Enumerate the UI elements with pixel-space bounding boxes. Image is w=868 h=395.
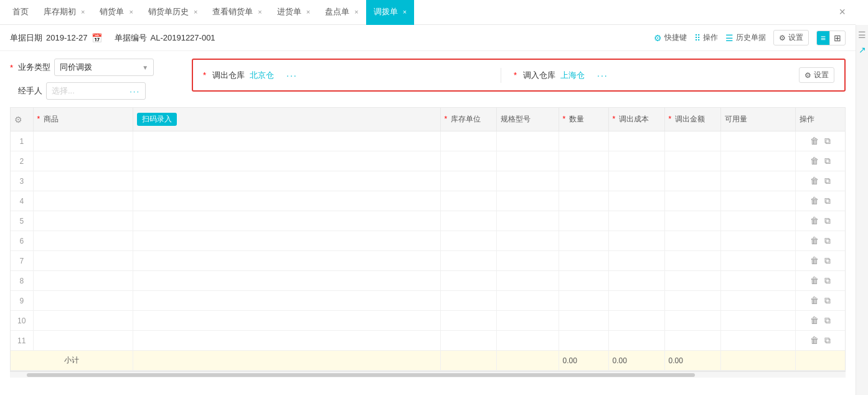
copy-icon[interactable]: ⧉ xyxy=(824,216,831,226)
ops-btn[interactable]: ⠿ 操作 xyxy=(694,32,718,43)
warehouse-settings-button[interactable]: ⚙ 设置 xyxy=(799,67,834,83)
row-qty[interactable] xyxy=(559,331,608,351)
row-cost[interactable] xyxy=(608,131,664,151)
delete-icon[interactable]: 🗑 xyxy=(810,216,819,226)
tab-bar-close-all[interactable]: × xyxy=(834,6,851,19)
tab-close-view-sales[interactable]: × xyxy=(258,8,262,16)
row-cost[interactable] xyxy=(608,311,664,331)
row-unit[interactable] xyxy=(440,331,496,351)
row-amount[interactable] xyxy=(664,131,720,151)
person-more-icon[interactable]: ··· xyxy=(130,87,140,96)
row-amount[interactable] xyxy=(664,331,720,351)
tab-home[interactable]: 首页 xyxy=(5,0,36,25)
row-amount[interactable] xyxy=(664,271,720,291)
row-avail[interactable] xyxy=(720,271,795,291)
row-spec[interactable] xyxy=(496,171,559,191)
row-qty[interactable] xyxy=(559,271,608,291)
row-cost[interactable] xyxy=(608,211,664,231)
row-avail[interactable] xyxy=(720,151,795,171)
horizontal-scrollbar[interactable] xyxy=(10,371,846,378)
row-amount[interactable] xyxy=(664,251,720,271)
row-product[interactable] xyxy=(33,171,133,191)
tab-view-sales[interactable]: 查看销货单 × xyxy=(205,0,269,25)
scan-button[interactable]: 扫码录入 xyxy=(137,113,177,126)
row-spec[interactable] xyxy=(496,271,559,291)
row-spec[interactable] xyxy=(496,331,559,351)
tab-close-inventory-init[interactable]: × xyxy=(81,8,85,16)
row-qty[interactable] xyxy=(559,251,608,271)
row-product[interactable] xyxy=(33,331,133,351)
delete-icon[interactable]: 🗑 xyxy=(810,315,819,325)
delete-icon[interactable]: 🗑 xyxy=(810,136,819,146)
row-product[interactable] xyxy=(33,191,133,211)
row-cost[interactable] xyxy=(608,171,664,191)
copy-icon[interactable]: ⧉ xyxy=(824,156,831,166)
row-product[interactable] xyxy=(33,211,133,231)
tab-close-sales-history[interactable]: × xyxy=(194,8,197,16)
delete-icon[interactable]: 🗑 xyxy=(810,335,819,345)
row-amount[interactable] xyxy=(664,171,720,191)
row-unit[interactable] xyxy=(440,131,496,151)
row-unit[interactable] xyxy=(440,291,496,311)
row-spec[interactable] xyxy=(496,251,559,271)
row-qty[interactable] xyxy=(559,151,608,171)
row-spec[interactable] xyxy=(496,311,559,331)
view-list-btn[interactable]: ≡ xyxy=(817,31,830,45)
sidebar-export-icon[interactable]: ↗ xyxy=(859,45,866,55)
tab-sales-order[interactable]: 销货单 × xyxy=(92,0,140,25)
tab-close-sales-order[interactable]: × xyxy=(129,8,133,16)
view-grid-btn[interactable]: ⊞ xyxy=(830,31,845,45)
row-avail[interactable] xyxy=(720,131,795,151)
delete-icon[interactable]: 🗑 xyxy=(810,236,819,245)
row-cost[interactable] xyxy=(608,191,664,211)
row-cost[interactable] xyxy=(608,291,664,311)
row-avail[interactable] xyxy=(720,331,795,351)
copy-icon[interactable]: ⧉ xyxy=(824,335,831,345)
row-avail[interactable] xyxy=(720,191,795,211)
row-product[interactable] xyxy=(33,231,133,251)
row-cost[interactable] xyxy=(608,231,664,251)
tab-purchase[interactable]: 进货单 × xyxy=(270,0,318,25)
row-amount[interactable] xyxy=(664,291,720,311)
row-spec[interactable] xyxy=(496,151,559,171)
row-qty[interactable] xyxy=(559,131,608,151)
row-product[interactable] xyxy=(33,291,133,311)
warehouse-out-more-icon[interactable]: ··· xyxy=(286,70,298,80)
copy-icon[interactable]: ⧉ xyxy=(824,176,831,186)
row-unit[interactable] xyxy=(440,251,496,271)
tab-sales-history[interactable]: 销货单历史 × xyxy=(141,0,205,25)
row-avail[interactable] xyxy=(720,211,795,231)
copy-icon[interactable]: ⧉ xyxy=(824,295,831,305)
delete-icon[interactable]: 🗑 xyxy=(810,176,819,186)
delete-icon[interactable]: 🗑 xyxy=(810,295,819,305)
shortcut-btn[interactable]: ⚙ 快捷键 xyxy=(654,32,687,43)
row-avail[interactable] xyxy=(720,251,795,271)
copy-icon[interactable]: ⧉ xyxy=(824,136,831,146)
row-product[interactable] xyxy=(33,271,133,291)
row-qty[interactable] xyxy=(559,171,608,191)
person-select[interactable]: 选择... ··· xyxy=(46,82,146,100)
row-qty[interactable] xyxy=(559,191,608,211)
row-unit[interactable] xyxy=(440,171,496,191)
row-unit[interactable] xyxy=(440,271,496,291)
tab-inventory-init[interactable]: 库存期初 × xyxy=(36,0,92,25)
row-cost[interactable] xyxy=(608,331,664,351)
row-spec[interactable] xyxy=(496,131,559,151)
table-gear-icon[interactable]: ⚙ xyxy=(14,115,22,125)
tab-transfer[interactable]: 调拨单 × xyxy=(366,0,414,25)
row-avail[interactable] xyxy=(720,311,795,331)
row-unit[interactable] xyxy=(440,211,496,231)
tab-close-transfer[interactable]: × xyxy=(403,8,407,16)
row-cost[interactable] xyxy=(608,271,664,291)
settings-button[interactable]: ⚙ 设置 xyxy=(773,30,809,45)
row-qty[interactable] xyxy=(559,211,608,231)
row-product[interactable] xyxy=(33,251,133,271)
row-amount[interactable] xyxy=(664,211,720,231)
calendar-icon[interactable]: 📅 xyxy=(92,33,102,43)
history-btn[interactable]: ☰ 历史单据 xyxy=(725,32,766,43)
row-qty[interactable] xyxy=(559,291,608,311)
row-amount[interactable] xyxy=(664,191,720,211)
copy-icon[interactable]: ⧉ xyxy=(824,255,831,265)
row-unit[interactable] xyxy=(440,151,496,171)
tab-stocktake[interactable]: 盘点单 × xyxy=(318,0,366,25)
